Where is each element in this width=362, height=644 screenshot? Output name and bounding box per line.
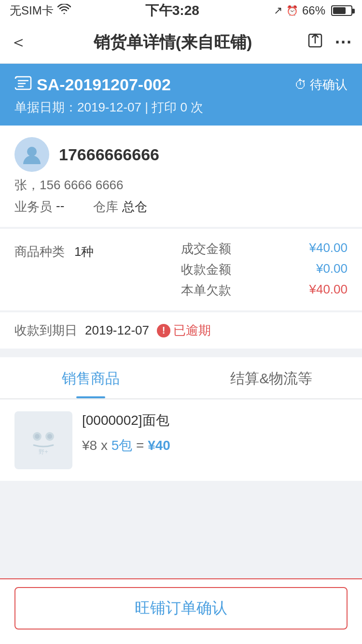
due-date-value: 2019-12-07 xyxy=(85,323,149,338)
more-icon[interactable]: ··· xyxy=(335,32,352,53)
due-date-section: 收款到期日 2019-12-07 ! 已逾期 xyxy=(0,312,362,349)
warehouse-label: 仓库 xyxy=(93,198,118,215)
status-bar: 无SIM卡 下午3:28 ↗ ⏰ 66% xyxy=(0,0,362,21)
equals-sign: = xyxy=(136,438,148,453)
order-id-text: SA-20191207-002 xyxy=(37,75,171,94)
battery-percent: 66% xyxy=(302,4,325,17)
svg-text:野+: 野+ xyxy=(39,448,48,455)
status-time: 下午3:28 xyxy=(145,1,199,20)
summary-section: 商品种类 1种 成交金额 ¥40.00 收款金额 ¥0.00 本单欠款 ¥40.… xyxy=(0,229,362,310)
product-section: 野+ [0000002]面包 ¥8 x 5包 = ¥40 xyxy=(0,400,362,481)
multiply-sign: x xyxy=(101,438,111,453)
order-id: SA-20191207-002 xyxy=(14,75,171,94)
product-info: [0000002]面包 ¥8 x 5包 = ¥40 xyxy=(82,411,348,455)
customer-meta: 业务员 -- 仓库 总仓 xyxy=(14,198,348,215)
debt-label: 本单欠款 xyxy=(181,282,231,299)
location-icon: ↗ xyxy=(274,4,282,17)
share-icon[interactable] xyxy=(307,32,323,53)
svg-point-2 xyxy=(27,147,37,156)
overdue-badge: ! 已逾期 xyxy=(157,322,211,339)
salesperson-info: 业务员 -- xyxy=(14,198,64,215)
transaction-label: 成交金额 xyxy=(181,240,231,257)
carrier-text: 无SIM卡 xyxy=(10,3,54,18)
status-left: 无SIM卡 xyxy=(10,3,71,18)
product-thumbnail: 野+ xyxy=(14,411,72,469)
tab-settlement-logistics[interactable]: 结算&物流等 xyxy=(181,357,362,398)
customer-sub-info: 张，156 6666 6666 xyxy=(14,177,348,194)
product-name: [0000002]面包 xyxy=(82,411,348,430)
salesperson-label: 业务员 xyxy=(14,198,52,215)
transaction-row: 成交金额 ¥40.00 xyxy=(181,240,348,257)
payment-row: 收款金额 ¥0.00 xyxy=(181,261,348,278)
debt-value: ¥40.00 xyxy=(309,282,348,299)
product-item: 野+ [0000002]面包 ¥8 x 5包 = ¥40 xyxy=(0,400,362,481)
customer-avatar xyxy=(14,137,49,172)
payment-label: 收款金额 xyxy=(181,261,231,278)
page-title: 销货单详情(来自旺铺) xyxy=(39,31,307,54)
tab-sales-products[interactable]: 销售商品 xyxy=(0,357,181,398)
order-status-badge: ⏱ 待确认 xyxy=(294,76,348,93)
payment-value: ¥0.00 xyxy=(316,261,348,278)
order-header-card: SA-20191207-002 ⏱ 待确认 单据日期：2019-12-07 | … xyxy=(0,64,362,126)
tab-sales-products-label: 销售商品 xyxy=(62,370,120,386)
nav-bar: ＜ 销货单详情(来自旺铺) ··· xyxy=(0,21,362,64)
due-date-label: 收款到期日 xyxy=(14,322,77,339)
warehouse-info: 仓库 总仓 xyxy=(93,198,147,215)
product-type-info: 商品种类 1种 xyxy=(14,240,181,260)
product-price: ¥8 x 5包 = ¥40 xyxy=(82,436,348,455)
order-status-text: 待确认 xyxy=(310,76,348,93)
unit-price: ¥8 xyxy=(82,438,97,453)
overdue-text: 已逾期 xyxy=(173,322,211,339)
product-type-label: 商品种类 xyxy=(14,243,65,260)
customer-section: 17666666666 张，156 6666 6666 业务员 -- 仓库 总仓 xyxy=(0,126,362,227)
tabs-bar: 销售商品 结算&物流等 xyxy=(0,357,362,399)
order-date: 单据日期：2019-12-07 | 打印 0 次 xyxy=(14,99,348,116)
product-type-value: 1种 xyxy=(74,243,94,260)
total-price: ¥40 xyxy=(148,438,170,453)
salesperson-value: -- xyxy=(56,198,64,215)
back-button[interactable]: ＜ xyxy=(10,30,39,54)
warehouse-value: 总仓 xyxy=(122,198,147,215)
bottom-bar: 旺铺订单确认 xyxy=(0,578,362,644)
svg-point-6 xyxy=(47,434,52,439)
status-clock-icon: ⏱ xyxy=(294,77,307,92)
battery-icon xyxy=(331,5,352,16)
debt-row: 本单欠款 ¥40.00 xyxy=(181,282,348,299)
transaction-value: ¥40.00 xyxy=(309,240,348,257)
section-divider xyxy=(0,350,362,357)
svg-point-4 xyxy=(35,434,40,439)
customer-phone: 17666666666 xyxy=(59,145,159,164)
order-icon xyxy=(14,75,32,94)
confirm-order-button[interactable]: 旺铺订单确认 xyxy=(14,587,348,630)
wifi-icon xyxy=(57,4,71,17)
status-right: ↗ ⏰ 66% xyxy=(274,4,352,17)
overdue-warning-icon: ! xyxy=(157,324,170,337)
nav-right-actions: ··· xyxy=(307,32,352,53)
tab-settlement-logistics-label: 结算&物流等 xyxy=(230,370,312,386)
alarm-icon: ⏰ xyxy=(286,5,298,16)
quantity: 5包 xyxy=(111,438,133,453)
amount-summary: 成交金额 ¥40.00 收款金额 ¥0.00 本单欠款 ¥40.00 xyxy=(181,240,348,299)
